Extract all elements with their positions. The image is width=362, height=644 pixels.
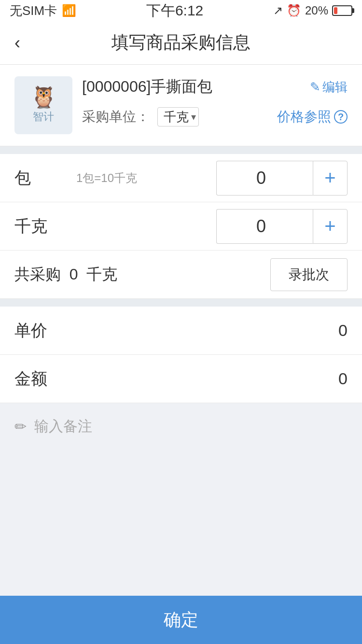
amount-row: 金额 0 (0, 355, 362, 403)
pencil-icon: ✏ (14, 418, 27, 435)
bao-input-wrapper: + (216, 161, 348, 196)
unit-price-value: 0 (338, 321, 348, 340)
section-divider-1 (0, 146, 362, 154)
info-icon: ? (334, 110, 348, 124)
battery-percent: 20% (305, 4, 328, 17)
brand-logo: 🦉 (30, 86, 57, 108)
unit-select-wrapper[interactable]: 千克 包 箱 (157, 107, 199, 126)
price-section: 单价 0 金额 0 (0, 307, 362, 403)
unit-price-row: 单价 0 (0, 307, 362, 355)
bao-row: 包 1包=10千克 + (0, 154, 362, 202)
status-right: ↗ ⏰ 20% (273, 4, 352, 17)
location-icon: ↗ (273, 4, 283, 17)
section-divider-2 (0, 299, 362, 307)
kg-input-wrapper: + (216, 209, 348, 244)
summary-row: 共采购 0 千克 录批次 (0, 251, 362, 299)
status-time: 下午6:12 (146, 1, 203, 21)
battery-icon (332, 5, 352, 16)
edit-button[interactable]: ✎ 编辑 (310, 79, 348, 96)
price-ref-label: 价格参照 (277, 108, 331, 126)
summary-unit: 千克 (86, 266, 117, 283)
nav-bar: ‹ 填写商品采购信息 (0, 21, 362, 65)
kg-label: 千克 (14, 215, 72, 238)
note-section[interactable]: ✏ 输入备注 (0, 403, 362, 450)
unit-label: 采购单位： (82, 108, 150, 126)
page-title: 填写商品采购信息 (111, 31, 251, 55)
alarm-icon: ⏰ (287, 4, 301, 17)
product-card: 🦉 智计 [0000006]手撕面包 ✎ 编辑 采购单位： 千克 包 (0, 65, 362, 146)
back-button[interactable]: ‹ (14, 33, 20, 53)
product-image: 🦉 智计 (14, 76, 72, 134)
status-left: 无SIM卡 📶 (10, 2, 76, 19)
empty-space (0, 450, 362, 596)
carrier-text: 无SIM卡 (10, 2, 57, 19)
product-name: [0000006]手撕面包 (82, 76, 212, 98)
amount-label: 金额 (14, 368, 47, 390)
kg-row: 千克 + (0, 202, 362, 251)
product-title-row: [0000006]手撕面包 ✎ 编辑 (82, 76, 348, 98)
edit-icon: ✎ (310, 80, 320, 95)
bao-plus-button[interactable]: + (313, 161, 348, 196)
input-section: 包 1包=10千克 + 千克 + 共采购 0 千克 录批次 (0, 154, 362, 299)
product-unit-row: 采购单位： 千克 包 箱 价格参照 ? (82, 107, 348, 126)
bao-sublabel: 1包=10千克 (76, 170, 137, 186)
wifi-icon: 📶 (62, 4, 76, 17)
confirm-button[interactable]: 确定 (0, 596, 362, 644)
bao-label: 包 (14, 167, 72, 189)
brand-text: 智计 (30, 110, 57, 124)
edit-label: 编辑 (322, 79, 348, 96)
price-ref-button[interactable]: 价格参照 ? (277, 108, 348, 126)
product-info: [0000006]手撕面包 ✎ 编辑 采购单位： 千克 包 箱 (82, 76, 348, 126)
kg-input[interactable] (216, 209, 313, 244)
kg-plus-button[interactable]: + (313, 209, 348, 244)
summary-value: 0 (70, 266, 78, 283)
batch-button[interactable]: 录批次 (270, 258, 348, 291)
unit-price-label: 单价 (14, 320, 47, 342)
amount-value: 0 (338, 369, 348, 388)
note-placeholder: 输入备注 (34, 417, 92, 436)
unit-select[interactable]: 千克 包 箱 (157, 107, 199, 126)
summary-text: 共采购 0 千克 (14, 264, 117, 285)
confirm-label: 确定 (164, 608, 198, 632)
summary-prefix: 共采购 (14, 266, 61, 283)
bao-input[interactable] (216, 161, 313, 196)
status-bar: 无SIM卡 📶 下午6:12 ↗ ⏰ 20% (0, 0, 362, 21)
